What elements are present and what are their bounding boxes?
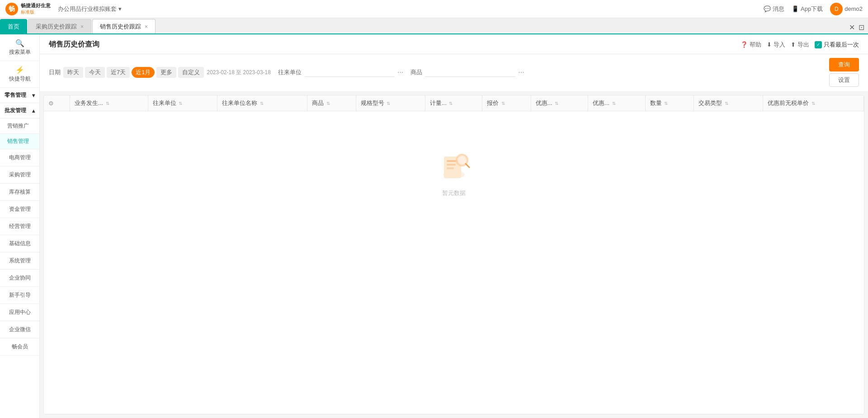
table-col-discount1[interactable]: 优惠... ⇅ (531, 95, 588, 111)
export-btn[interactable]: ⬆ 导出 (791, 41, 809, 49)
date-range-display: 2023-02-18 至 2023-03-18 (207, 69, 270, 76)
help-label: 帮助 (750, 41, 761, 49)
table-col-pre-tax-price[interactable]: 优惠前无税单价 ⇅ (763, 95, 864, 111)
only-last-checkbox-label[interactable]: ✓ 只看最后一次 (815, 41, 859, 49)
sort-spec-icon: ⇅ (387, 101, 390, 106)
sidebar-sub-item-sales-mgmt[interactable]: 销售管理 (0, 134, 39, 149)
gear-icon[interactable]: ⚙ (48, 100, 54, 107)
sidebar-sub-sales-label: 销售管理 (7, 138, 29, 144)
empty-text: 暂元数据 (442, 189, 466, 197)
sidebar-item-inventory[interactable]: 库存核算 (0, 184, 39, 201)
sidebar-item-wechat-label: 企业微信 (9, 326, 31, 333)
sidebar-item-wholesale-label: 批发管理 (5, 107, 26, 114)
tab-purchase-history[interactable]: 采购历史价跟踪 × (28, 19, 91, 33)
table-body: 暂元数据 (44, 111, 864, 234)
quote-header: 报价 (487, 100, 499, 106)
sort-product-icon: ⇅ (326, 101, 330, 106)
svg-rect-3 (447, 164, 456, 166)
sidebar-item-retail-label: 零售管理 (5, 91, 26, 99)
sidebar-item-quick-nav[interactable]: ⚡ 快捷导航 (0, 61, 39, 88)
sidebar-item-membership[interactable]: 畅会员 (0, 338, 39, 356)
partner-input[interactable] (304, 68, 395, 77)
sidebar-item-wholesale-mgmt[interactable]: 批发管理 ▴ (0, 103, 39, 119)
filter-row: 日期 昨天 今天 近7天 近1月 更多 自定义 2023-02-18 至 202… (40, 54, 868, 91)
table-col-quote[interactable]: 报价 ⇅ (482, 95, 531, 111)
logo-main-text: 畅捷通好生意 (21, 2, 51, 9)
import-btn[interactable]: ⬇ 导入 (767, 41, 785, 49)
sidebar-item-ecommerce[interactable]: 电商管理 (0, 149, 39, 166)
table-col-partner-name[interactable]: 往来单位名称 ⇅ (217, 95, 307, 111)
sidebar-item-app-center[interactable]: 应用中心 (0, 304, 39, 321)
help-btn[interactable]: ❓ 帮助 (741, 41, 761, 49)
close-sales-history-icon[interactable]: × (145, 24, 148, 30)
page-title-row: 销售历史价查询 ❓ 帮助 ⬇ 导入 ⬆ 导出 ✓ (49, 40, 859, 49)
sidebar-item-basic-info[interactable]: 基础信息 (0, 235, 39, 252)
sidebar-item-enterprise-collab[interactable]: 企业协同 (0, 270, 39, 287)
table-header: ⚙ 业务发生... ⇅ 往来单位 ⇅ 往来单位名称 ⇅ (44, 95, 864, 111)
partner-name-header: 往来单位名称 (222, 100, 257, 106)
sidebar-item-retail-mgmt[interactable]: 零售管理 ▾ (0, 88, 39, 103)
table-col-unit[interactable]: 计量... ⇅ (425, 95, 482, 111)
purchase-history-tab-label: 采购历史价跟踪 (36, 23, 77, 31)
query-button[interactable]: 查询 (829, 58, 859, 71)
content-area: 销售历史价查询 ❓ 帮助 ⬇ 导入 ⬆ 导出 ✓ (40, 34, 868, 418)
only-last-checkbox[interactable]: ✓ (815, 41, 822, 48)
date-filter-group: 日期 昨天 今天 近7天 近1月 更多 自定义 2023-02-18 至 202… (49, 67, 271, 78)
sidebar-item-search[interactable]: 🔍 搜索菜单 (0, 34, 39, 61)
empty-state: 暂元数据 (44, 111, 864, 233)
table-col-settings[interactable]: ⚙ (44, 95, 70, 111)
product-input[interactable] (425, 68, 515, 77)
sidebar-item-enterprise-wechat[interactable]: 企业微信 (0, 321, 39, 338)
page-title: 销售历史价查询 (49, 40, 99, 49)
table-col-partner-code[interactable]: 往来单位 ⇅ (148, 95, 217, 111)
sidebar-item-operations[interactable]: 经营管理 (0, 218, 39, 235)
spec-header: 规格型号 (361, 100, 384, 106)
date-btn-7days[interactable]: 近7天 (107, 67, 130, 78)
tab-sales-history[interactable]: 销售历史价跟踪 × (92, 19, 156, 33)
only-last-label: 只看最后一次 (824, 41, 859, 49)
settings-button[interactable]: 设置 (829, 73, 859, 87)
unit-header: 计量... (430, 100, 447, 106)
date-btn-today[interactable]: 今天 (85, 67, 105, 78)
maximize-icon[interactable]: ⊡ (859, 23, 864, 32)
nav-dropdown[interactable]: 办公用品行业模拟账套 ▾ (54, 5, 125, 13)
table-col-trade-type[interactable]: 交易类型 ⇅ (694, 95, 763, 111)
sidebar-item-app-center-label: 应用中心 (9, 309, 31, 316)
table-col-product[interactable]: 商品 ⇅ (307, 95, 356, 111)
table-col-spec[interactable]: 规格型号 ⇅ (356, 95, 425, 111)
date-btn-yesterday[interactable]: 昨天 (63, 67, 83, 78)
sidebar-item-collab-label: 企业协同 (9, 274, 31, 282)
table-col-business-date[interactable]: 业务发生... ⇅ (70, 95, 148, 111)
sidebar-item-finance[interactable]: 资金管理 (0, 201, 39, 218)
page-actions: ❓ 帮助 ⬇ 导入 ⬆ 导出 ✓ 只看最后一次 (741, 41, 859, 49)
date-btn-1month[interactable]: 近1月 (132, 67, 155, 78)
close-purchase-history-icon[interactable]: × (80, 24, 84, 30)
date-btn-custom[interactable]: 自定义 (178, 67, 204, 78)
top-bar-right: 💬 消息 📱 App下载 D demo2 (764, 3, 863, 15)
table-col-discount2[interactable]: 优惠... ⇅ (588, 95, 646, 111)
sidebar-item-operations-label: 经营管理 (9, 223, 31, 230)
product-picker-icon[interactable]: ··· (518, 68, 524, 76)
lightning-icon: ⚡ (15, 66, 24, 74)
message-label: 消息 (773, 5, 784, 13)
date-btn-more[interactable]: 更多 (156, 67, 176, 78)
user-menu[interactable]: D demo2 (830, 3, 863, 15)
sidebar-sub-item-marketing[interactable]: 营销推广 (0, 119, 39, 134)
partner-picker-icon[interactable]: ··· (397, 68, 403, 76)
discount2-header: 优惠... (593, 100, 609, 106)
tab-home[interactable]: 首页 (0, 19, 27, 33)
date-label: 日期 (49, 68, 61, 76)
close-all-tabs-icon[interactable]: ✕ (849, 23, 855, 32)
sidebar-item-purchase[interactable]: 采购管理 (0, 166, 39, 184)
sidebar-item-guide[interactable]: 新手引导 (0, 287, 39, 304)
avatar: D (830, 3, 843, 15)
search-icon: 🔍 (15, 39, 24, 48)
table-col-quantity[interactable]: 数量 ⇅ (645, 95, 693, 111)
app-download-action[interactable]: 📱 App下载 (792, 5, 823, 13)
sidebar-item-quick-nav-label: 快捷导航 (9, 75, 31, 83)
message-action[interactable]: 💬 消息 (764, 5, 784, 13)
sort-partner-name-icon: ⇅ (260, 101, 264, 106)
product-header: 商品 (312, 100, 324, 106)
user-name: demo2 (844, 5, 863, 12)
sidebar-item-system[interactable]: 系统管理 (0, 252, 39, 270)
